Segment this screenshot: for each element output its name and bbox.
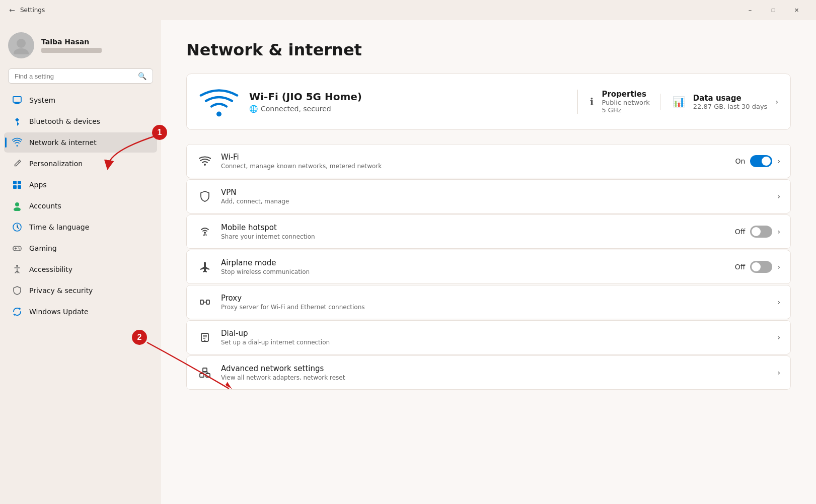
proxy-chevron: › [777,298,780,306]
titlebar-title: Settings [20,7,45,14]
hotspot-item-title: Mobile hotspot [221,223,727,232]
advanced-chevron: › [777,369,780,377]
settings-item-vpn[interactable]: VPN Add, connect, manage › [186,179,791,213]
svg-rect-2 [13,97,21,102]
wifi-icon [197,153,213,169]
settings-item-hotspot[interactable]: Mobile hotspot Share your internet conne… [186,214,791,249]
advanced-item-right: › [777,369,780,377]
wifi-hero-card[interactable]: Wi-Fi (JIO 5G Home) 🌐 Connected, secured… [186,74,791,130]
search-box[interactable]: 🔍 [8,68,153,84]
sidebar-item-accessibility[interactable]: Accessibility [4,259,157,279]
wifi-item-title: Wi-Fi [221,153,727,162]
svg-rect-7 [18,181,21,184]
dialup-chevron: › [777,333,780,341]
sidebar-item-personalization-label: Personalization [29,160,83,168]
vpn-chevron: › [777,192,780,200]
user-info: Taiba Hasan [41,38,102,53]
dialup-icon [197,329,213,345]
sidebar-item-network-label: Network & internet [29,138,97,147]
svg-rect-32 [200,374,204,377]
proxy-icon [197,294,213,310]
sidebar-item-bluetooth[interactable]: Bluetooth & devices [4,111,157,131]
svg-point-18 [19,249,20,250]
page-title: Network & internet [186,40,791,59]
settings-item-advanced[interactable]: Advanced network settings View all netwo… [186,355,791,390]
sidebar-item-gaming[interactable]: Gaming [4,238,157,258]
sidebar-item-update[interactable]: Windows Update [4,302,157,322]
window-controls: − □ ✕ [738,2,808,18]
wifi-status-label: On [735,157,745,165]
sidebar-item-privacy[interactable]: Privacy & security [4,280,157,301]
airplane-status-label: Off [735,263,746,271]
search-icon: 🔍 [138,72,146,80]
airplane-icon [197,259,213,275]
titlebar: ← Settings − □ ✕ [0,0,816,20]
properties-label: Properties [602,90,649,99]
system-icon [12,95,22,105]
info-circle-icon: ℹ️ [590,96,594,108]
advanced-item-sub: View all network adapters, network reset [221,374,769,381]
svg-rect-33 [203,368,207,372]
close-button[interactable]: ✕ [785,2,808,18]
sidebar-item-apps-label: Apps [29,181,47,189]
data-usage-chevron: › [775,98,778,106]
settings-item-wifi[interactable]: Wi-Fi Connect, manage known networks, me… [186,144,791,178]
wifi-toggle[interactable] [750,155,772,167]
wifi-item-right: On › [735,155,780,167]
user-subtitle [41,48,102,53]
sidebar-item-apps[interactable]: Apps [4,175,157,195]
hotspot-item-right: Off › [735,226,780,238]
data-usage-info: Data usage 22.87 GB, last 30 days [693,94,768,110]
sidebar-item-gaming-label: Gaming [29,244,57,252]
maximize-button[interactable]: □ [762,2,785,18]
sidebar-item-personalization[interactable]: Personalization [4,154,157,174]
back-icon[interactable]: ← [8,6,16,14]
wifi-hero-status: 🌐 Connected, secured [249,105,567,113]
sidebar-item-time[interactable]: Time & language [4,217,157,237]
network-icon [12,137,22,148]
settings-item-dialup[interactable]: Dial-up Set up a dial-up internet connec… [186,320,791,354]
sidebar-item-time-label: Time & language [29,223,89,231]
airplane-toggle[interactable] [750,261,772,273]
hero-data-usage[interactable]: 📊 Data usage 22.87 GB, last 30 days › [660,94,778,110]
sidebar-item-network[interactable]: Network & internet [4,132,157,153]
airplane-item-text: Airplane mode Stop wireless communicatio… [221,258,727,275]
properties-sub2: 5 GHz [602,106,649,114]
settings-list: Wi-Fi Connect, manage known networks, me… [186,144,791,390]
accessibility-icon [12,264,22,274]
minimize-button[interactable]: − [738,2,762,18]
sidebar-item-privacy-label: Privacy & security [29,286,93,295]
svg-point-19 [16,265,18,267]
advanced-item-text: Advanced network settings View all netwo… [221,364,769,381]
sidebar-item-bluetooth-label: Bluetooth & devices [29,117,100,125]
user-name: Taiba Hasan [41,38,102,46]
sidebar-item-update-label: Windows Update [29,308,89,316]
svg-point-20 [216,112,221,117]
svg-rect-8 [13,185,17,189]
vpn-item-right: › [777,192,780,200]
privacy-icon [12,285,22,296]
hotspot-toggle[interactable] [750,226,772,238]
data-usage-label: Data usage [693,94,768,103]
update-icon [12,307,22,317]
proxy-item-sub: Proxy server for Wi-Fi and Ethernet conn… [221,304,769,311]
dialup-item-title: Dial-up [221,329,769,338]
time-icon [12,222,22,232]
svg-point-17 [18,248,19,249]
properties-info: Properties Public network 5 GHz [602,90,649,114]
search-input[interactable] [15,73,134,80]
accounts-icon [12,201,22,211]
svg-point-0 [17,39,26,48]
data-usage-icon: 📊 [673,96,685,108]
globe-icon: 🌐 [249,105,258,113]
svg-point-1 [14,48,29,54]
properties-sub1: Public network [602,99,649,106]
hero-properties[interactable]: ℹ️ Properties Public network 5 GHz [577,90,650,114]
airplane-item-sub: Stop wireless communication [221,268,727,275]
bluetooth-icon [12,116,22,126]
settings-item-proxy[interactable]: Proxy Proxy server for Wi-Fi and Etherne… [186,285,791,319]
settings-item-airplane[interactable]: Airplane mode Stop wireless communicatio… [186,250,791,284]
sidebar-item-accounts[interactable]: Accounts [4,196,157,216]
sidebar-item-system[interactable]: System [4,90,157,110]
dialup-item-sub: Set up a dial-up internet connection [221,339,769,346]
